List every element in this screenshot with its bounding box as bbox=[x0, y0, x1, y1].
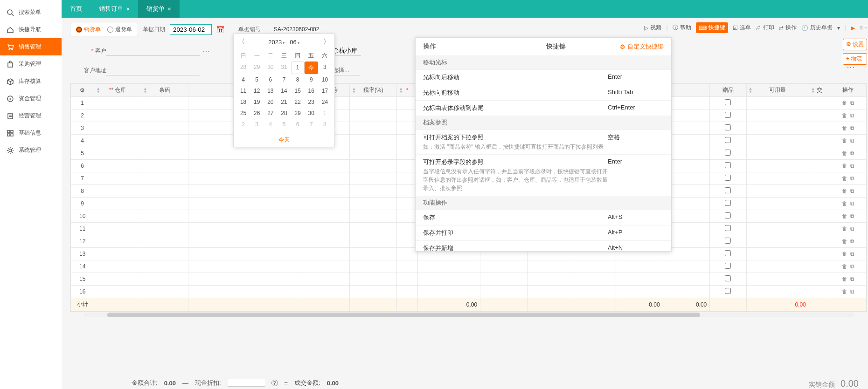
cell[interactable] bbox=[809, 210, 830, 223]
cal-day[interactable]: 5 bbox=[277, 119, 291, 130]
cell[interactable] bbox=[397, 147, 418, 160]
cell[interactable] bbox=[574, 273, 616, 286]
cell[interactable] bbox=[350, 160, 397, 172]
cal-year[interactable]: 2023 bbox=[268, 39, 285, 46]
cal-next-icon[interactable]: 〉 bbox=[323, 38, 330, 46]
col-req[interactable]: ▲▼* bbox=[397, 84, 418, 97]
copy-icon[interactable]: ⧉ bbox=[850, 276, 854, 282]
cal-day[interactable]: 27 bbox=[264, 108, 277, 119]
cell[interactable] bbox=[350, 198, 397, 210]
tab-0[interactable]: 首页 bbox=[62, 0, 90, 18]
cell[interactable] bbox=[350, 260, 397, 273]
cell[interactable] bbox=[350, 185, 397, 198]
cell[interactable] bbox=[809, 160, 830, 172]
col-available[interactable]: ▲▼可用量 bbox=[746, 84, 809, 97]
table-row[interactable]: 14🗑⧉ bbox=[71, 260, 867, 273]
cal-day[interactable]: 8 bbox=[291, 74, 305, 85]
cal-day[interactable]: 1 bbox=[318, 108, 332, 119]
help-button[interactable]: ⓘ 帮助 bbox=[673, 24, 691, 32]
copy-icon[interactable]: ⧉ bbox=[850, 238, 854, 245]
cell[interactable] bbox=[303, 160, 350, 172]
gear-icon[interactable]: ⚙ bbox=[80, 87, 85, 94]
cell[interactable] bbox=[746, 260, 809, 273]
cal-day[interactable]: 5 bbox=[250, 74, 264, 85]
cell[interactable] bbox=[397, 210, 418, 223]
delete-icon[interactable]: 🗑 bbox=[842, 263, 847, 270]
cal-day[interactable]: 30 bbox=[305, 108, 318, 119]
gift-cell[interactable] bbox=[710, 135, 746, 147]
cell[interactable] bbox=[397, 109, 418, 122]
address-input[interactable] bbox=[106, 65, 200, 75]
col-taxrate[interactable]: ▲▼税率(%) bbox=[350, 84, 397, 97]
cell[interactable] bbox=[94, 135, 141, 147]
cell[interactable] bbox=[397, 248, 418, 260]
gift-checkbox[interactable] bbox=[725, 238, 731, 244]
cell[interactable] bbox=[809, 248, 830, 260]
sidebar-item-0[interactable]: 搜索菜单 bbox=[0, 4, 62, 21]
select-doc-button[interactable]: ☑ 选单 bbox=[733, 24, 751, 32]
cell[interactable] bbox=[303, 172, 350, 185]
cell[interactable] bbox=[303, 185, 350, 198]
customer-picker-icon[interactable]: ⋯ bbox=[202, 47, 210, 55]
gift-cell[interactable] bbox=[710, 235, 746, 248]
cell[interactable] bbox=[141, 135, 188, 147]
project-input[interactable] bbox=[332, 65, 360, 75]
cell[interactable] bbox=[350, 109, 397, 122]
cell[interactable] bbox=[746, 135, 809, 147]
cell[interactable] bbox=[141, 172, 188, 185]
cell[interactable] bbox=[480, 260, 528, 273]
cell[interactable] bbox=[663, 260, 710, 273]
cell[interactable] bbox=[350, 147, 397, 160]
cell[interactable] bbox=[809, 273, 830, 286]
delete-icon[interactable]: 🗑 bbox=[842, 276, 847, 282]
sidebar-item-6[interactable]: 经营管理 bbox=[0, 107, 62, 124]
cell[interactable] bbox=[809, 185, 830, 198]
gift-cell[interactable] bbox=[710, 172, 746, 185]
cell[interactable] bbox=[397, 273, 418, 286]
sidebar-item-2[interactable]: 销售管理 bbox=[0, 38, 62, 55]
cell[interactable] bbox=[350, 286, 397, 298]
cell[interactable] bbox=[397, 198, 418, 210]
cell[interactable] bbox=[141, 147, 188, 160]
warehouse-input[interactable] bbox=[333, 46, 361, 56]
copy-icon[interactable]: ⧉ bbox=[850, 225, 854, 232]
cell[interactable] bbox=[397, 223, 418, 235]
col-warehouse[interactable]: ▲▼** 仓库 bbox=[94, 84, 141, 97]
gear-header[interactable]: ⚙ bbox=[71, 84, 94, 97]
gift-checkbox[interactable] bbox=[725, 112, 731, 118]
cell[interactable] bbox=[188, 210, 303, 223]
cal-day[interactable]: 10 bbox=[318, 74, 332, 85]
gift-checkbox[interactable] bbox=[725, 288, 731, 294]
history-button[interactable]: 🕘 历史单据 bbox=[801, 24, 833, 32]
cell[interactable] bbox=[188, 248, 303, 260]
cell[interactable] bbox=[397, 97, 418, 109]
cell[interactable] bbox=[94, 210, 141, 223]
cell[interactable] bbox=[94, 235, 141, 248]
copy-icon[interactable]: ⧉ bbox=[850, 150, 854, 157]
delete-icon[interactable]: 🗑 bbox=[842, 238, 847, 245]
cell[interactable] bbox=[574, 286, 616, 298]
cell[interactable] bbox=[188, 147, 303, 160]
delete-icon[interactable]: 🗑 bbox=[842, 175, 847, 182]
copy-icon[interactable]: ⧉ bbox=[850, 213, 854, 219]
cal-month[interactable]: 06 bbox=[290, 39, 299, 46]
copy-icon[interactable]: ⧉ bbox=[850, 200, 854, 207]
sidebar-item-4[interactable]: 库存核算 bbox=[0, 73, 62, 90]
gift-cell[interactable] bbox=[710, 273, 746, 286]
cell[interactable] bbox=[141, 273, 188, 286]
cell[interactable] bbox=[350, 97, 397, 109]
cell[interactable] bbox=[417, 286, 480, 298]
cal-day[interactable]: 4 bbox=[264, 119, 277, 130]
table-row[interactable]: 16🗑⧉ bbox=[71, 286, 867, 298]
copy-icon[interactable]: ⧉ bbox=[850, 125, 854, 131]
cell[interactable] bbox=[746, 286, 809, 298]
delete-icon[interactable]: 🗑 bbox=[842, 251, 847, 257]
cell[interactable] bbox=[141, 223, 188, 235]
table-row[interactable]: 15🗑⧉ bbox=[71, 273, 867, 286]
cal-day[interactable]: 29 bbox=[291, 108, 305, 119]
cell[interactable] bbox=[527, 286, 574, 298]
cell[interactable] bbox=[141, 210, 188, 223]
cell[interactable] bbox=[141, 160, 188, 172]
cell[interactable] bbox=[809, 286, 830, 298]
cell[interactable] bbox=[94, 185, 141, 198]
